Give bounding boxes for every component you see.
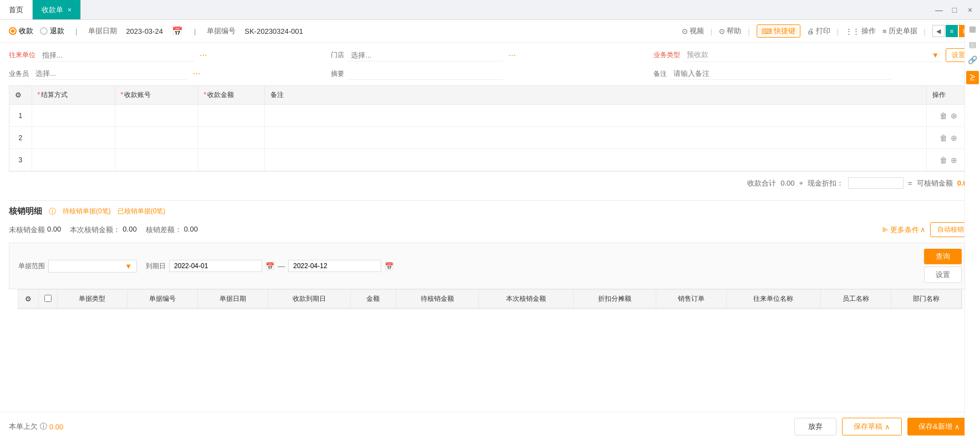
discount-input[interactable]	[848, 177, 904, 189]
total-value: 0.00	[780, 179, 794, 187]
sidebar-table-icon[interactable]: ▦	[969, 24, 976, 33]
discard-button[interactable]: 放弃	[794, 418, 836, 435]
summary-row: 收款合计 0.00 + 现金折扣： = 可核销金额 0.00	[0, 172, 980, 194]
radio-refund[interactable]: 退款	[40, 26, 64, 36]
bt-settings-header[interactable]: ⚙	[18, 290, 38, 309]
biz-type-select[interactable]: 预收款 ▼	[683, 48, 942, 62]
help-action[interactable]: ⊙ 帮助	[719, 26, 741, 36]
minimize-button[interactable]: —	[933, 4, 945, 16]
date-end-input[interactable]	[288, 260, 381, 272]
save-draft-button[interactable]: 保存草稿 ∧	[842, 418, 902, 435]
maximize-button[interactable]: □	[949, 4, 960, 16]
bt-docnum-header: 单据编号	[127, 290, 198, 309]
row-2-account[interactable]	[115, 127, 198, 149]
tab-close-icon[interactable]: ×	[68, 6, 72, 14]
row-1-copy-icon[interactable]: ⊕	[951, 111, 957, 120]
unchecked-stat: 未核销金额 0.00	[9, 225, 61, 235]
toolbar-right-actions: ⊙ 视频 | ⊙ 帮助 | ⌨ 快捷键 🖨 打印 | ⋮⋮ 操作	[682, 24, 971, 38]
date-value: 2023-03-24	[126, 27, 163, 35]
row-3-settle[interactable]	[32, 149, 115, 171]
salesman-input[interactable]	[32, 68, 187, 80]
row-2-settle[interactable]	[32, 127, 115, 149]
pending-tab[interactable]: 待核销单据(0笔)	[63, 207, 111, 216]
table-row: 3 🗑 ⊕	[9, 149, 971, 171]
net-label: 可核销金额	[917, 178, 953, 188]
counterpart-more-icon[interactable]: ···	[200, 50, 207, 60]
row-1-remark[interactable]	[264, 105, 926, 127]
radio-receipt-dot	[9, 27, 17, 35]
query-button[interactable]: 查询	[924, 249, 962, 264]
row-2-delete-icon[interactable]: 🗑	[940, 134, 947, 142]
tab-home-label: 首页	[9, 5, 23, 15]
store-more-icon[interactable]: ···	[508, 50, 515, 60]
print-action[interactable]: 🖨 打印	[807, 26, 830, 36]
tab-home[interactable]: 首页	[0, 0, 33, 19]
row-1-delete-icon[interactable]: 🗑	[940, 111, 947, 120]
bt-checkbox-header[interactable]	[38, 290, 57, 309]
tab-receipt[interactable]: 收款单 ×	[33, 0, 81, 19]
remark-input[interactable]	[670, 68, 892, 80]
date-start-input[interactable]	[169, 260, 262, 272]
hexiao-right-actions: ⫸ 更多条件 ∧ 自动核销	[882, 222, 971, 237]
date-filter-col: 到期日 📅 — 📅	[146, 260, 394, 272]
row-2-copy-icon[interactable]: ⊕	[951, 134, 957, 142]
sep4: |	[924, 27, 926, 35]
top-toolbar: 收款 退款 | 单据日期 2023-03-24 📅 | 单据编号 SK-2023…	[0, 20, 980, 43]
calendar-start-icon[interactable]: 📅	[266, 262, 274, 270]
store-input[interactable]	[348, 49, 503, 61]
row-2-amount[interactable]	[198, 127, 264, 149]
col-settings-icon-header[interactable]: ⚙	[9, 86, 32, 105]
prev-btn[interactable]: ◀	[932, 25, 945, 37]
row-3-account[interactable]	[115, 149, 198, 171]
row-3-remark[interactable]	[264, 149, 926, 171]
hexiao-section: 核销明细 ⓘ 待核销单据(0笔) 已核销单据(0笔) 未核销金额 0.00 本次…	[9, 200, 971, 314]
save-draft-label: 保存草稿	[854, 422, 882, 432]
tab-receipt-label: 收款单	[42, 5, 63, 15]
more-conditions-btn[interactable]: ⫸ 更多条件 ∧	[882, 225, 926, 235]
salesman-more-icon[interactable]: ···	[193, 69, 200, 79]
memo-label: 摘要	[331, 69, 344, 79]
shortcut-action[interactable]: ⌨ 快捷键	[757, 24, 800, 38]
more-conditions-label: 更多条件	[890, 225, 919, 235]
info-icon[interactable]: ⓘ	[40, 422, 47, 432]
done-tab[interactable]: 已核销单据(0笔)	[118, 207, 166, 216]
save-new-button[interactable]: 保存&新增 ∧	[907, 418, 971, 435]
counterpart-input[interactable]	[39, 49, 194, 61]
form-row-2: 业务员 ··· 摘要 备注	[9, 68, 971, 80]
diff-label: 核销差额：	[146, 225, 182, 235]
radio-receipt[interactable]: 收款	[9, 26, 33, 36]
close-button[interactable]: ×	[964, 4, 976, 16]
radio-refund-label: 退款	[50, 26, 64, 36]
filter-setting-button[interactable]: 设置	[924, 266, 962, 283]
range-select[interactable]: ▼	[48, 260, 137, 273]
memo-input[interactable]	[348, 68, 503, 80]
row-2-remark[interactable]	[264, 127, 926, 149]
video-action[interactable]: ⊙ 视频	[682, 26, 704, 36]
receipt-table-section: ⚙ 结算方式 收款账号 收款金额 备注 操作 1	[9, 85, 971, 172]
list-view-btn[interactable]: ≡	[946, 25, 958, 37]
select-all-checkbox[interactable]	[44, 295, 52, 302]
row-1-account[interactable]	[115, 105, 198, 127]
history-action[interactable]: ≡ 历史单据	[882, 26, 917, 36]
this-time-stat: 本次核销金额： 0.00	[70, 225, 136, 235]
draft-arrow-icon: ∧	[885, 423, 890, 431]
store-label: 门店	[331, 50, 344, 60]
gear-icon: ⚙	[15, 91, 22, 99]
shortcut-label: 快捷键	[774, 26, 795, 36]
ai-button[interactable]: Ai	[966, 71, 979, 84]
operations-action[interactable]: ⋮⋮ 操作	[845, 26, 876, 36]
row-1-amount[interactable]	[198, 105, 264, 127]
calendar-end-icon[interactable]: 📅	[385, 262, 394, 270]
help-label: 帮助	[727, 26, 741, 36]
sep2: |	[748, 27, 749, 35]
hexiao-info-icon[interactable]: ⓘ	[49, 207, 56, 217]
row-3-amount[interactable]	[198, 149, 264, 171]
row-3-delete-icon[interactable]: 🗑	[940, 156, 947, 165]
row-1-settle[interactable]	[32, 105, 115, 127]
sidebar-link-icon[interactable]: 🔗	[968, 55, 977, 64]
right-sidebar: ▦ ▤ 🔗 Ai	[964, 20, 980, 441]
sidebar-list-icon[interactable]: ▤	[969, 40, 976, 49]
biz-type-arrow: ▼	[932, 51, 939, 59]
calendar-icon[interactable]: 📅	[172, 26, 183, 37]
row-3-copy-icon[interactable]: ⊕	[951, 156, 957, 165]
